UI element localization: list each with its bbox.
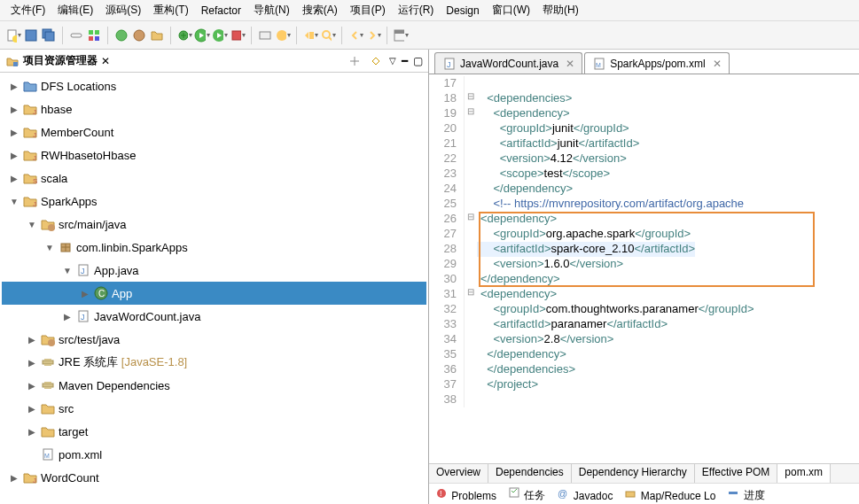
fold-icon[interactable]	[465, 121, 477, 136]
tree-item[interactable]: ▶JJavaWordCount.java	[2, 305, 426, 328]
tree-item[interactable]: ▶CApp	[2, 282, 426, 305]
debug-icon[interactable]	[176, 27, 192, 43]
tree-item[interactable]: ▼JSparkApps	[2, 190, 426, 213]
tree-item[interactable]: ▶JWordCount	[2, 466, 426, 489]
fold-icon[interactable]	[465, 392, 477, 407]
link-editor-icon[interactable]	[368, 53, 384, 69]
run-last-icon[interactable]	[212, 27, 228, 43]
tree-twisty[interactable]: ▶	[27, 381, 37, 391]
nav-back-icon[interactable]	[348, 27, 363, 43]
code-line[interactable]: 32 <groupId>com.thoughtworks.paranamer</…	[429, 302, 859, 317]
build-icon[interactable]	[86, 27, 102, 43]
pom-tab[interactable]: Dependency Hierarchy	[572, 464, 695, 483]
menu-item[interactable]: 窗口(W)	[487, 1, 535, 19]
menu-item[interactable]: 运行(R)	[393, 1, 440, 19]
menu-item[interactable]: 导航(N)	[248, 1, 295, 19]
code-line[interactable]: 37 </project>	[429, 377, 859, 392]
minimize-icon[interactable]: ━	[402, 55, 408, 67]
code-line[interactable]: 21 <artifactId>junit</artifactId>	[429, 136, 859, 151]
tree-twisty[interactable]: ▶	[80, 289, 90, 299]
tree-twisty[interactable]: ▶	[9, 473, 20, 483]
code-line[interactable]: 26⊟<dependency>	[429, 212, 859, 227]
tree-item[interactable]: ▶src/test/java	[2, 328, 426, 351]
tree-twisty[interactable]: ▶	[9, 81, 20, 91]
fold-icon[interactable]	[465, 151, 477, 167]
fold-icon[interactable]: ⊟	[465, 106, 477, 121]
menu-item[interactable]: 文件(F)	[5, 1, 51, 19]
tree-twisty[interactable]: ▼	[9, 197, 20, 206]
fold-icon[interactable]	[465, 377, 477, 392]
project-tree[interactable]: ▶DFS Locations▶Jhbase▶JMemberCount▶JRWHb…	[0, 73, 428, 504]
tree-twisty[interactable]: ▶	[27, 427, 37, 437]
pom-tab[interactable]: pom.xm	[777, 464, 831, 483]
fold-icon[interactable]	[465, 197, 477, 212]
code-line[interactable]: 23 <scope>test</scope>	[429, 167, 859, 182]
fold-icon[interactable]	[465, 302, 477, 317]
tree-twisty[interactable]: ▶	[62, 312, 73, 322]
new-package-icon[interactable]	[131, 27, 147, 43]
code-line[interactable]: 29 <version>1.6.0</version>	[429, 257, 859, 272]
tree-twisty[interactable]: ▶	[9, 128, 20, 137]
code-line[interactable]: 35 </dependency>	[429, 347, 859, 362]
fold-icon[interactable]: ⊟	[465, 287, 477, 302]
fold-icon[interactable]	[465, 182, 477, 197]
code-line[interactable]: 22 <version>4.12</version>	[429, 151, 859, 167]
tree-item[interactable]: ▶JRWHbasetoHbase	[2, 143, 426, 167]
fold-icon[interactable]	[465, 347, 477, 362]
new-icon[interactable]	[5, 27, 21, 43]
menu-item[interactable]: 编辑(E)	[52, 1, 98, 19]
code-line[interactable]: 31⊟<dependency>	[429, 287, 859, 302]
pom-tab[interactable]: Overview	[429, 464, 488, 483]
menu-item[interactable]: 搜索(A)	[297, 1, 343, 19]
tree-item[interactable]: Mpom.xml	[2, 443, 426, 466]
bottom-view-tab[interactable]: @ Javadoc	[556, 486, 613, 502]
menu-item[interactable]: Design	[441, 3, 484, 19]
perspective-icon[interactable]	[393, 27, 409, 43]
fold-icon[interactable]: ⊟	[465, 91, 477, 106]
collapse-all-icon[interactable]	[347, 53, 363, 69]
code-line[interactable]: 36 </dependencies>	[429, 362, 859, 377]
new-folder-icon[interactable]	[149, 27, 165, 43]
fold-icon[interactable]	[465, 362, 477, 377]
code-line[interactable]: 17	[429, 76, 859, 91]
new-server-icon[interactable]	[257, 27, 273, 43]
tree-item[interactable]: ▶Maven Dependencies	[2, 374, 426, 397]
tree-twisty[interactable]: ▶	[9, 174, 20, 183]
tree-item[interactable]: ▶JMemberCount	[2, 120, 426, 143]
fold-icon[interactable]	[465, 167, 477, 182]
bottom-view-tab[interactable]: 任务	[507, 485, 545, 503]
close-icon[interactable]: ✕	[713, 58, 722, 70]
tree-twisty[interactable]: ▶	[27, 335, 37, 345]
bottom-view-tab[interactable]: ! Problems	[434, 486, 496, 502]
tree-item[interactable]: ▶Jhbase	[2, 97, 426, 120]
code-line[interactable]: 19⊟ <dependency>	[429, 106, 859, 121]
menu-item[interactable]: 项目(P)	[345, 1, 391, 19]
bottom-view-tab[interactable]: Map/Reduce Lo	[623, 486, 715, 502]
tree-item[interactable]: ▶target	[2, 420, 426, 443]
fold-icon[interactable]	[465, 242, 477, 257]
code-line[interactable]: 28 <artifactId>spark-core_2.10</artifact…	[429, 242, 859, 257]
fold-icon[interactable]	[465, 76, 477, 91]
code-line[interactable]: 25 <!-- https://mvnrepository.com/artifa…	[429, 197, 859, 212]
link-icon[interactable]	[68, 27, 84, 43]
run-icon[interactable]	[194, 27, 210, 43]
tree-twisty[interactable]: ▶	[27, 358, 37, 368]
save-icon[interactable]	[23, 27, 39, 43]
menu-item[interactable]: Refactor	[196, 3, 246, 19]
fold-icon[interactable]	[465, 257, 477, 272]
tree-twisty[interactable]: ▶	[27, 404, 37, 414]
editor[interactable]: 17 18⊟ <dependencies>19⊟ <dependency>20 …	[429, 74, 859, 463]
tree-item[interactable]: ▶JRE 系统库 [JavaSE-1.8]	[2, 351, 426, 374]
tree-item[interactable]: ▼com.linbin.SparkApps	[2, 236, 426, 259]
tree-twisty[interactable]: ▼	[62, 266, 73, 275]
open-type-icon[interactable]	[302, 27, 318, 43]
code-line[interactable]: 27 <groupId>org.apache.spark</groupId>	[429, 227, 859, 242]
pom-tab[interactable]: Effective POM	[695, 464, 777, 483]
fold-icon[interactable]	[465, 272, 477, 287]
view-close-tab[interactable]: ✕	[101, 55, 110, 67]
editor-tab[interactable]: JJavaWordCount.java✕	[434, 52, 582, 74]
code-line[interactable]: 18⊟ <dependencies>	[429, 91, 859, 106]
nav-fwd-icon[interactable]	[365, 27, 381, 43]
close-icon[interactable]: ✕	[566, 58, 574, 70]
view-menu-icon[interactable]: ▽	[389, 56, 396, 66]
